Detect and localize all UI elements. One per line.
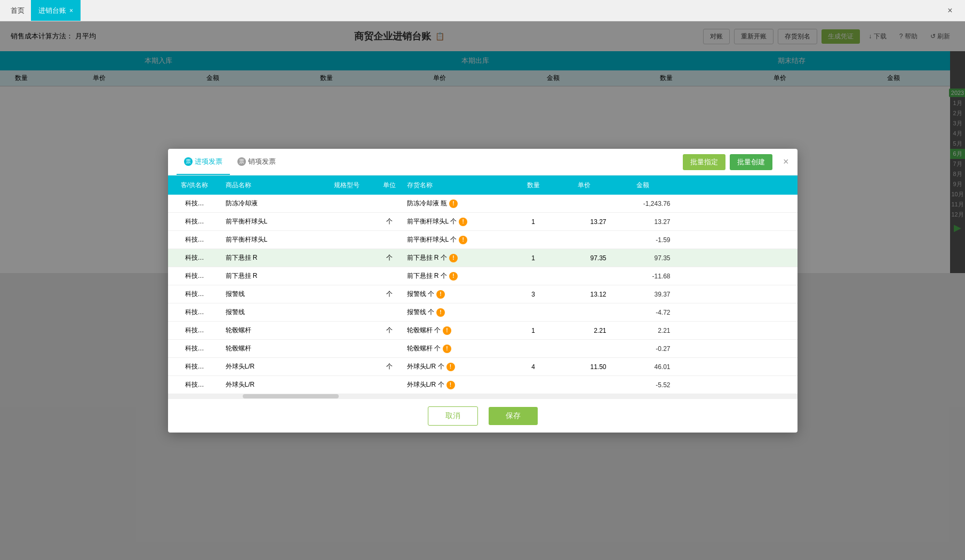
modal-table-header: 客/供名称 商品名称 规格型号 单位 存货名称 数量 单价 金额 <box>168 175 797 195</box>
table-row[interactable]: 科技… 轮毂螺杆 轮毂螺杆 个 ! -0.27 <box>168 340 797 358</box>
row-name: 科技… <box>168 290 221 299</box>
home-label: 首页 <box>11 6 25 15</box>
row-qty: 1 <box>509 254 557 262</box>
row-stock: 报警线 个 ! <box>403 308 509 317</box>
warning-icon: ! <box>446 363 455 371</box>
table-row[interactable]: 科技… 前下悬挂 R 个 前下悬挂 R 个 ! 1 97.35 97.35 <box>168 249 797 267</box>
row-unit: 个 <box>376 253 403 262</box>
warning-icon: ! <box>436 290 445 299</box>
row-stock: 报警线 个 ! <box>403 290 509 299</box>
row-unit: 个 <box>376 290 403 299</box>
modal-body: 客/供名称 商品名称 规格型号 单位 存货名称 数量 单价 金额 科技… 防冻冷… <box>168 175 797 398</box>
modal-close-button[interactable]: × <box>783 154 789 170</box>
batch-assign-button[interactable]: 批量指定 <box>683 154 725 170</box>
row-price: 13.27 <box>557 218 611 226</box>
warning-icon: ! <box>449 199 458 208</box>
window-close-button[interactable]: × <box>939 0 961 21</box>
row-name: 科技… <box>168 380 221 389</box>
row-product: 报警线 <box>221 290 317 299</box>
row-qty: 1 <box>509 218 557 226</box>
row-name: 科技… <box>168 344 221 353</box>
warning-icon: ! <box>449 254 458 262</box>
tab-sales-label: 销项发票 <box>248 157 276 166</box>
row-price: 97.35 <box>557 254 611 262</box>
row-name: 科技… <box>168 362 221 371</box>
row-amount: -0.27 <box>611 345 675 353</box>
tab-sales-invoice[interactable]: 票 销项发票 <box>230 149 283 175</box>
table-row[interactable]: 科技… 报警线 个 报警线 个 ! 3 13.12 39.37 <box>168 285 797 303</box>
row-amount: -1,243.76 <box>611 200 675 207</box>
warning-icon: ! <box>443 326 451 335</box>
warning-icon: ! <box>446 381 455 389</box>
row-qty: 3 <box>509 291 557 298</box>
row-qty: 4 <box>509 363 557 371</box>
row-amount: 46.01 <box>611 363 675 371</box>
row-name: 科技… <box>168 217 221 226</box>
row-product: 外球头L/R <box>221 362 317 371</box>
row-amount: -11.68 <box>611 273 675 280</box>
modal-scrollbar-thumb[interactable] <box>243 394 339 398</box>
row-product: 报警线 <box>221 308 317 317</box>
ledger-tab[interactable]: 进销台账 × <box>31 0 81 21</box>
table-row[interactable]: 科技… 前平衡杆球头L 个 前平衡杆球头L 个 ! 1 13.27 13.27 <box>168 213 797 231</box>
row-stock: 防冻冷却液 瓶 ! <box>403 199 509 208</box>
row-stock: 前平衡杆球头L 个 ! <box>403 217 509 226</box>
row-stock: 轮毂螺杆 个 ! <box>403 326 509 335</box>
row-amount: 39.37 <box>611 291 675 298</box>
cancel-button[interactable]: 取消 <box>428 406 478 426</box>
row-stock: 轮毂螺杆 个 ! <box>403 344 509 353</box>
row-amount: 13.27 <box>611 218 675 226</box>
warning-icon: ! <box>459 218 467 226</box>
table-row[interactable]: 科技… 防冻冷却液 防冻冷却液 瓶 ! -1,243.76 <box>168 195 797 213</box>
table-row[interactable]: 科技… 报警线 报警线 个 ! -4.72 <box>168 303 797 322</box>
row-name: 科技… <box>168 271 221 281</box>
row-amount: -4.72 <box>611 309 675 316</box>
row-amount: 97.35 <box>611 254 675 262</box>
ledger-tab-close[interactable]: × <box>69 7 73 14</box>
modal-table-body: 科技… 防冻冷却液 防冻冷却液 瓶 ! -1,243.76 科技… 前平衡杆球头… <box>168 195 797 394</box>
row-name: 科技… <box>168 308 221 317</box>
row-stock: 前下悬挂 R 个 ! <box>403 271 509 281</box>
row-amount: -1.59 <box>611 236 675 244</box>
sales-invoice-icon: 票 <box>237 157 246 166</box>
row-unit: 个 <box>376 217 403 226</box>
row-price: 13.12 <box>557 291 611 298</box>
row-product: 前平衡杆球头L <box>221 217 317 226</box>
row-product: 防冻冷却液 <box>221 199 317 208</box>
main-area: 销售成本计算方法： 月平均 商贸企业进销台账 📋 对账 重新开账 存货别名 生成… <box>0 21 965 560</box>
table-row[interactable]: 科技… 前平衡杆球头L 前平衡杆球头L 个 ! -1.59 <box>168 231 797 249</box>
row-amount: 2.21 <box>611 327 675 334</box>
tab-incoming-invoice[interactable]: 票 进项发票 <box>177 149 230 175</box>
row-product: 前下悬挂 R <box>221 271 317 281</box>
table-row[interactable]: 科技… 轮毂螺杆 个 轮毂螺杆 个 ! 1 2.21 2.21 <box>168 322 797 340</box>
warning-icon: ! <box>449 272 458 281</box>
row-product: 轮毂螺杆 <box>221 326 317 335</box>
row-product: 轮毂螺杆 <box>221 344 317 353</box>
table-row[interactable]: 科技… 外球头L/R 外球头L/R 个 ! -5.52 <box>168 376 797 394</box>
row-unit: 个 <box>376 362 403 371</box>
warning-icon: ! <box>443 345 451 353</box>
home-tab[interactable]: 首页 <box>4 0 31 21</box>
modal-footer: 取消 保存 <box>168 398 797 433</box>
row-amount: -5.52 <box>611 381 675 389</box>
modal-overlay: 票 进项发票 票 销项发票 批量指定 批量创建 × 客/供名称 商品名 <box>0 21 965 560</box>
table-row[interactable]: 科技… 外球头L/R 个 外球头L/R 个 ! 4 11.50 46.01 <box>168 358 797 376</box>
row-stock: 外球头L/R 个 ! <box>403 380 509 389</box>
modal-dialog: 票 进项发票 票 销项发票 批量指定 批量创建 × 客/供名称 商品名 <box>168 149 797 433</box>
row-name: 科技… <box>168 253 221 262</box>
tab-incoming-label: 进项发票 <box>195 157 222 166</box>
incoming-invoice-icon: 票 <box>184 157 193 166</box>
row-qty: 1 <box>509 327 557 334</box>
modal-header: 票 进项发票 票 销项发票 批量指定 批量创建 × <box>168 149 797 175</box>
row-product: 外球头L/R <box>221 380 317 389</box>
table-row[interactable]: 科技… 前下悬挂 R 前下悬挂 R 个 ! -11.68 <box>168 267 797 285</box>
batch-create-button[interactable]: 批量创建 <box>730 154 772 170</box>
row-stock: 外球头L/R 个 ! <box>403 362 509 371</box>
warning-icon: ! <box>459 236 467 244</box>
row-stock: 前平衡杆球头L 个 ! <box>403 235 509 244</box>
save-button[interactable]: 保存 <box>489 407 538 425</box>
row-product: 前平衡杆球头L <box>221 235 317 244</box>
row-price: 2.21 <box>557 327 611 334</box>
modal-scrollbar[interactable] <box>168 394 797 398</box>
ledger-tab-label: 进销台账 <box>38 6 66 15</box>
